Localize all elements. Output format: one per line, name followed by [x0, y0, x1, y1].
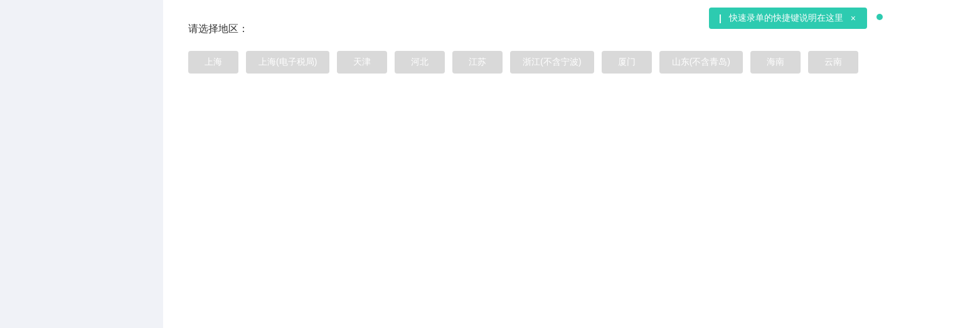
region-btn-hebei[interactable]: 河北 — [395, 51, 445, 74]
tooltip-close-button[interactable]: × — [850, 13, 857, 23]
tooltip-text: 快速录单的快捷键说明在这里 — [729, 13, 843, 24]
main-content: 请选择地区： 上海 上海(电子税局) 天津 河北 江苏 浙江(不含宁波) 厦门 … — [163, 0, 980, 328]
region-btn-tianjin[interactable]: 天津 — [337, 51, 387, 74]
region-row-1: 上海 上海(电子税局) 天津 河北 江苏 浙江(不含宁波) 厦门 — [188, 51, 652, 74]
region-row-2: 山东(不含青岛) 海南 云南 — [659, 51, 858, 74]
region-btn-yunnan[interactable]: 云南 — [808, 51, 858, 74]
region-buttons-container: 上海 上海(电子税局) 天津 河北 江苏 浙江(不含宁波) 厦门 山东(不含青岛… — [188, 51, 955, 81]
region-btn-shanghai-esb[interactable]: 上海(电子税局) — [246, 51, 329, 74]
region-btn-shandong[interactable]: 山东(不含青岛) — [659, 51, 743, 74]
region-btn-shanghai[interactable]: 上海 — [188, 51, 238, 74]
region-btn-jiangsu[interactable]: 江苏 — [452, 51, 503, 74]
region-btn-hainan[interactable]: 海南 — [750, 51, 801, 74]
region-btn-zhejiang[interactable]: 浙江(不含宁波) — [510, 51, 594, 74]
region-btn-xiamen[interactable]: 厦门 — [602, 51, 652, 74]
sidebar — [0, 0, 163, 328]
tooltip-dot — [876, 14, 883, 20]
tooltip-banner: 快速录单的快捷键说明在这里 × — [709, 8, 867, 29]
